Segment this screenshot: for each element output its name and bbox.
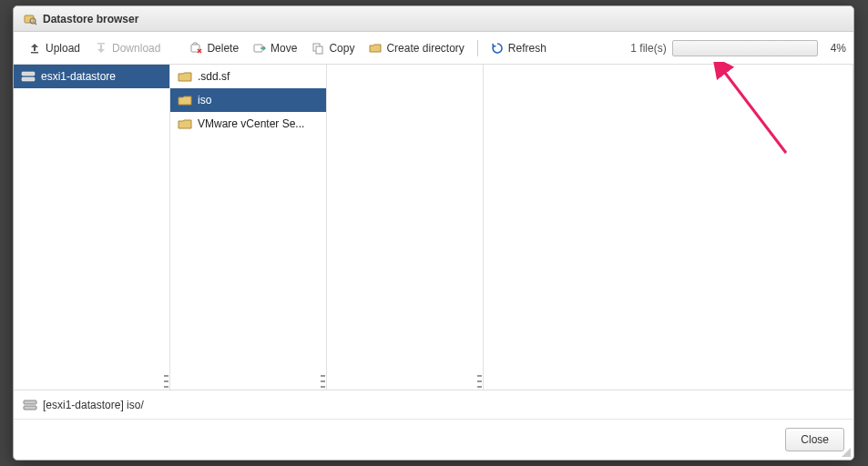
toolbar: Upload Download Delete Move Copy <box>14 32 853 65</box>
close-button[interactable]: Close <box>785 428 844 451</box>
svg-line-2 <box>35 23 36 25</box>
upload-icon <box>28 42 41 55</box>
column-resize-handle[interactable] <box>162 375 169 388</box>
path-bar: [esxi1-datastore] iso/ <box>14 390 853 420</box>
delete-icon <box>189 42 202 55</box>
item-label: iso <box>198 94 211 106</box>
refresh-button[interactable]: Refresh <box>485 38 552 58</box>
item-label: .sdd.sf <box>198 70 230 83</box>
folder-icon <box>178 94 192 106</box>
create-directory-button[interactable]: Create directory <box>363 38 469 58</box>
create-directory-label: Create directory <box>386 42 464 55</box>
svg-rect-11 <box>24 400 36 404</box>
folder-item[interactable]: VMware vCenter Se... <box>170 112 326 136</box>
resize-grip[interactable] <box>840 446 851 457</box>
toolbar-separator <box>477 40 478 56</box>
svg-rect-10 <box>22 77 35 81</box>
move-label: Move <box>271 42 297 55</box>
upload-label: Upload <box>46 42 80 55</box>
copy-button[interactable]: Copy <box>306 38 360 58</box>
upload-button[interactable]: Upload <box>23 38 86 58</box>
path-text: [esxi1-datastore] iso/ <box>43 399 144 411</box>
delete-label: Delete <box>207 42 239 55</box>
search-folder-icon <box>23 12 37 26</box>
move-button[interactable]: Move <box>248 38 302 58</box>
refresh-icon <box>491 42 504 55</box>
svg-rect-8 <box>316 46 322 54</box>
svg-rect-12 <box>24 406 36 410</box>
folder-add-icon <box>369 42 382 55</box>
column-resize-handle[interactable] <box>319 375 326 388</box>
datastore-item[interactable]: esxi1-datastore <box>14 65 169 88</box>
datastore-browser-dialog: Datastore browser Upload Download Delete <box>13 5 854 461</box>
move-icon <box>253 42 266 55</box>
column-3 <box>327 65 484 390</box>
download-icon <box>95 42 107 55</box>
column-resize-handle[interactable] <box>475 375 483 388</box>
datastore-icon <box>21 70 36 83</box>
copy-icon <box>311 42 324 55</box>
download-label: Download <box>112 42 160 55</box>
svg-rect-9 <box>22 72 35 76</box>
svg-rect-0 <box>25 15 34 23</box>
column-details <box>484 65 853 390</box>
svg-rect-4 <box>97 43 105 45</box>
folder-item[interactable]: iso <box>170 88 326 112</box>
delete-button[interactable]: Delete <box>184 38 244 58</box>
item-label: VMware vCenter Se... <box>198 117 304 130</box>
copy-label: Copy <box>329 42 354 55</box>
column-1: esxi1-datastore <box>14 65 170 390</box>
item-label: esxi1-datastore <box>41 70 116 83</box>
svg-rect-3 <box>31 52 38 54</box>
upload-progress-percent: 4% <box>831 42 846 55</box>
dialog-footer: Close <box>14 420 853 460</box>
upload-progress-bar <box>672 40 818 56</box>
folder-icon <box>178 117 192 130</box>
dialog-title: Datastore browser <box>43 13 138 25</box>
titlebar: Datastore browser <box>14 6 853 32</box>
browser-columns: esxi1-datastore .sdd.sf iso V <box>14 65 853 390</box>
refresh-label: Refresh <box>508 42 546 55</box>
datastore-icon <box>23 399 37 411</box>
folder-icon <box>178 70 192 83</box>
file-count-text: 1 file(s) <box>630 42 666 55</box>
folder-item[interactable]: .sdd.sf <box>170 65 326 88</box>
column-2: .sdd.sf iso VMware vCenter Se... <box>170 65 327 390</box>
svg-rect-5 <box>191 45 199 52</box>
download-button: Download <box>89 38 166 58</box>
